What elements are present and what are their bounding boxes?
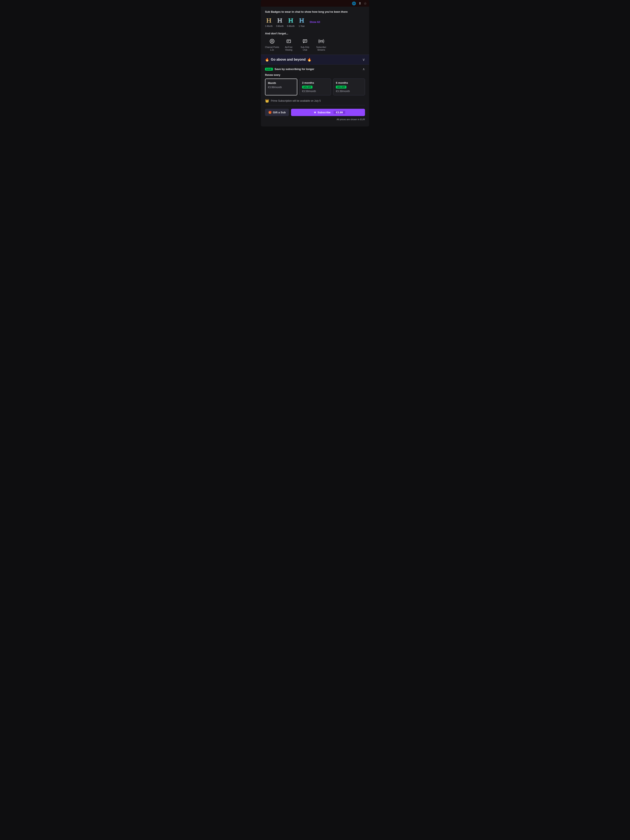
plan-name-month: Month	[268, 82, 294, 85]
perks-row: Channel Points1.2x Ad-FreeViewing	[265, 38, 365, 51]
channel-points-icon	[269, 38, 275, 44]
badge-label-6month: 6-Month	[287, 25, 295, 27]
subscribe-price-display: €3.99	[333, 111, 346, 114]
ad-free-icon	[286, 38, 292, 44]
badge-item-1year: H H 1-Year	[298, 17, 305, 27]
plan-price-3months: €3.59/month	[302, 90, 328, 93]
gift-icon: 🎁	[268, 111, 272, 114]
badge-icon-1month: H	[265, 17, 273, 24]
ad-free-label: Ad-FreeViewing	[285, 46, 292, 51]
badge-icon-1year: H H	[298, 17, 305, 24]
plan-price-month: €3.99/month	[268, 86, 294, 89]
dont-forget-title: And don't forget...	[265, 32, 365, 35]
svg-point-4	[321, 40, 322, 42]
save-chevron-up-icon[interactable]: ∧	[363, 67, 365, 71]
sub-only-chat-icon	[302, 38, 308, 44]
browser-top-bar: 🌐 ⬆ ☆	[261, 0, 369, 7]
go-above-banner[interactable]: 🔥 Go above and beyond 🔥 ∨	[261, 55, 369, 65]
perk-channel-points: Channel Points1.2x	[265, 38, 279, 51]
action-row: 🎁 Gift a Sub ★ Subscribe €3.99	[265, 109, 365, 116]
badge-label-3month: 3-Month	[276, 25, 284, 27]
badge-icon-3month: H H	[276, 17, 284, 24]
prime-row: 👑 Prime Subscription will be available o…	[265, 99, 365, 106]
subscribe-button[interactable]: ★ Subscribe €3.99	[291, 109, 365, 116]
prime-text: Prime Subscription will be available on …	[271, 99, 321, 102]
plan-card-month[interactable]: Month €3.99/month	[265, 79, 297, 95]
share-icon: ⬆	[358, 2, 361, 5]
sub-badges-title: Sub Badges to wear in chat to show how l…	[265, 10, 365, 14]
prime-crown-icon: 👑	[265, 99, 269, 103]
sub-badges-section: Sub Badges to wear in chat to show how l…	[261, 7, 369, 32]
svg-point-1	[271, 40, 273, 42]
save-section: SAVE Save by subscribing for longer ∧ Re…	[261, 65, 369, 123]
show-all-button[interactable]: Show All	[309, 21, 320, 24]
perk-sub-only-chat: Sub-OnlyChat	[298, 38, 312, 51]
subscribe-star-icon: ★	[314, 111, 316, 114]
save-header-text: Save by subscribing for longer	[275, 68, 314, 71]
badge-item-1month: H 1-Month	[265, 17, 273, 27]
sub-only-chat-label: Sub-OnlyChat	[301, 46, 309, 51]
go-above-chevron-down-icon: ∨	[362, 57, 365, 62]
bookmark-icon: ☆	[364, 2, 367, 5]
subscribe-btn-main: ★ Subscribe	[311, 111, 333, 114]
plans-row: Month €3.99/month 3 months 10% OFF €3.59…	[265, 79, 365, 95]
save-header: SAVE Save by subscribing for longer ∧	[265, 67, 365, 71]
plan-name-3months: 3 months	[302, 81, 328, 84]
go-above-text: 🔥 Go above and beyond 🔥	[265, 58, 311, 62]
subscriber-streams-label: SubscriberStreams	[316, 46, 326, 51]
badge-icon-6month: H H	[287, 17, 295, 24]
gift-sub-button[interactable]: 🎁 Gift a Sub	[265, 109, 289, 116]
perk-subscriber-streams: SubscriberStreams	[314, 38, 328, 51]
plan-name-6months: 6 months	[336, 81, 362, 84]
plan-card-3months[interactable]: 3 months 10% OFF €3.59/month	[299, 79, 331, 95]
svg-rect-2	[287, 40, 291, 43]
plan-discount-6months: 15% OFF	[336, 85, 346, 88]
badge-label-1year: 1-Year	[299, 25, 305, 27]
dont-forget-section: And don't forget... Channel Points1.2x	[261, 32, 369, 55]
svg-rect-3	[303, 39, 307, 42]
globe-icon: 🌐	[352, 2, 356, 5]
plan-discount-3months: 10% OFF	[302, 85, 313, 88]
badge-item-3month: H H 3-Month	[276, 17, 284, 27]
badge-item-6month: H H 6-Month	[287, 17, 295, 27]
renew-label: Renew every	[265, 74, 365, 76]
badge-label-1month: 1-Month	[265, 25, 273, 27]
subscribe-label: Subscribe	[317, 111, 331, 114]
gift-sub-label: Gift a Sub	[273, 111, 286, 114]
channel-points-label: Channel Points1.2x	[265, 46, 279, 51]
plan-card-6months[interactable]: 6 months 15% OFF €3.39/month	[333, 79, 365, 95]
fire-emoji-right: 🔥	[307, 58, 311, 62]
subscriber-streams-icon	[318, 38, 325, 44]
save-badge: SAVE	[265, 68, 273, 71]
svg-point-0	[270, 39, 274, 43]
fire-emoji-left: 🔥	[265, 58, 269, 62]
plan-price-6months: €3.39/month	[336, 90, 362, 93]
perk-ad-free: Ad-FreeViewing	[282, 38, 295, 51]
save-header-left: SAVE Save by subscribing for longer	[265, 68, 314, 71]
badges-row: H 1-Month H H 3-Month H H 6-Month	[265, 17, 365, 27]
subscription-modal: 🌐 ⬆ ☆ Sub Badges to wear in chat to show…	[261, 0, 369, 126]
prices-note: All prices are shown in EUR	[265, 118, 365, 121]
